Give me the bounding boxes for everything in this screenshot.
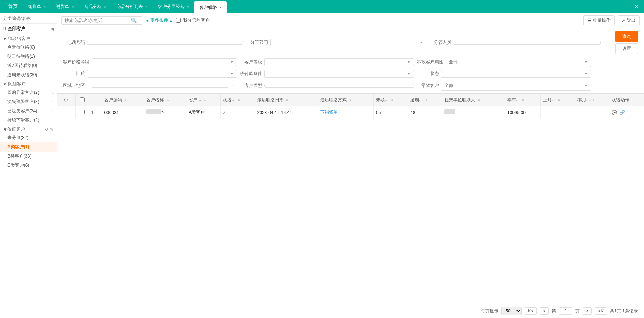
chat-icon[interactable]: 💬	[612, 110, 617, 115]
phone-input[interactable]	[87, 41, 243, 45]
close-segment-tab[interactable]: ×	[187, 4, 189, 9]
chev-icon: ▼	[584, 72, 588, 76]
prev-page-btn[interactable]: <	[540, 307, 549, 315]
collapse-icon[interactable]: ◀	[51, 26, 54, 31]
sidebar-item-7days[interactable]: 近7天待联络(0)	[0, 61, 57, 70]
close-goods-list-tab[interactable]: ×	[145, 4, 147, 9]
checkbox-header[interactable]	[75, 94, 89, 106]
sidebar-item-today[interactable]: 今天待联络(0)	[0, 43, 57, 52]
select-all-checkbox[interactable]	[80, 97, 85, 102]
settings-button[interactable]: 设置	[615, 43, 638, 54]
close-sales-tab[interactable]: ×	[43, 4, 46, 9]
filter-search-input[interactable]	[65, 18, 131, 23]
retail-select[interactable]: 全部▼	[441, 81, 591, 91]
value-customers-group[interactable]: ▼ 价值客户 ↺ ✎	[0, 125, 57, 133]
index-header	[89, 94, 102, 106]
region-dots[interactable]: ···	[230, 82, 237, 90]
close-purchase-tab[interactable]: ×	[71, 4, 74, 9]
sidebar-item-class-a[interactable]: A类客户(1)	[0, 142, 57, 152]
nav-home[interactable]: 首页	[3, 3, 23, 10]
my-customer-checkbox[interactable]	[176, 18, 181, 23]
problem-customers-group[interactable]: ▼ 问题客户	[0, 80, 57, 88]
link-icon[interactable]: 🔗	[619, 110, 625, 115]
nav-tab-sales[interactable]: 销售单 ×	[23, 0, 51, 13]
nav-tab-goods-list[interactable]: 商品分析列表 ×	[111, 0, 153, 13]
last-method-link[interactable]: 下销货单	[320, 110, 338, 115]
sidebar-item-churn-warning[interactable]: 流失预警客户(3) ℹ	[0, 97, 57, 106]
status-select[interactable]: ▼	[441, 70, 591, 78]
pending-contact-group[interactable]: ▼ 待联络客户	[0, 34, 57, 43]
nav-tab-customer-segment[interactable]: 客户分层经营 ×	[153, 0, 194, 13]
chev-icon: ▼	[584, 60, 588, 64]
type-header[interactable]: 客户... ⇅	[186, 94, 221, 106]
chev-icon: ▼	[584, 84, 588, 88]
row-select-checkbox[interactable]	[80, 110, 85, 114]
row-code[interactable]: 000031	[102, 106, 144, 119]
sidebar-item-repurchase-abnormal[interactable]: 回购异常客户(2) ℹ	[0, 88, 57, 97]
next-page-btn[interactable]: >	[583, 307, 592, 315]
close-all-tabs[interactable]: ×	[632, 3, 641, 10]
query-button[interactable]: 查询	[615, 31, 638, 42]
contact-header[interactable]: 联络... ⇅	[221, 94, 255, 106]
close-contact-tab[interactable]: ×	[219, 5, 221, 10]
sidebar-item-tomorrow[interactable]: 明天待联络(1)	[0, 52, 57, 61]
sidebar-search-input[interactable]	[3, 16, 57, 21]
edit-icon[interactable]: ✎	[50, 127, 54, 132]
batch-op-button[interactable]: ☰ 批量操作	[583, 15, 615, 25]
filter-cell-manager: 分管人员 ···	[429, 39, 609, 47]
sidebar-item-class-b[interactable]: B类客户(33)	[0, 152, 57, 161]
close-goods-tab[interactable]: ×	[104, 4, 106, 9]
last-date-header[interactable]: 最后联络日期 ⇅	[255, 94, 318, 106]
customer-level-select[interactable]: ▼	[264, 58, 414, 66]
overdue-header[interactable]: 逾期... ⇅	[408, 94, 442, 106]
chev-icon: ▼	[419, 40, 423, 45]
nav-tab-customer-contact[interactable]: 客户联络 ×	[194, 1, 226, 13]
nav-tab-goods-analysis[interactable]: 商品分析 ×	[79, 0, 111, 13]
action-icons: 💬 🔗	[612, 110, 641, 115]
code-header[interactable]: 客户编码 ⇅	[102, 94, 144, 106]
sort-icon: ⇅	[349, 98, 352, 102]
manager-dots[interactable]: ···	[603, 39, 609, 47]
gear-header[interactable]: ⚙	[57, 94, 75, 106]
export-button[interactable]: ↗ 导出	[618, 15, 640, 25]
customer-type-input[interactable]	[264, 84, 414, 88]
name-header[interactable]: 客户名称 ⇅	[144, 94, 186, 106]
filter-search-icon[interactable]: 🔍	[131, 18, 137, 23]
sidebar-item-lost[interactable]: 已流失客户(24) ℹ	[0, 106, 57, 116]
nature-select[interactable]: ▼	[87, 70, 237, 78]
customer-type-label: 客户类型	[240, 82, 262, 89]
sidebar-item-overdue[interactable]: 逾期未联络(30)	[0, 70, 57, 80]
page-number-input[interactable]	[559, 307, 572, 315]
dept-select[interactable]: ▼	[270, 39, 426, 46]
row-last-method[interactable]: 下销货单	[318, 106, 374, 119]
export-icon: ↗	[622, 18, 625, 23]
sort-icon: ⇅	[522, 98, 525, 102]
this-month-header[interactable]: 本月... ⇅	[575, 94, 609, 106]
sidebar-item-class-c[interactable]: C类客户(6)	[0, 161, 57, 170]
all-customers-header[interactable]: ⠿ 全部客户 ◀	[0, 24, 57, 34]
this-year-header[interactable]: 本年... ⇅	[505, 94, 540, 106]
first-page-btn[interactable]: K<	[525, 307, 537, 315]
sort-icon: ⇅	[237, 98, 240, 102]
nav-tab-purchase[interactable]: 进货单 ×	[51, 0, 79, 13]
per-page-select[interactable]: 50 100 200	[501, 307, 522, 315]
refresh-icon[interactable]: ↺	[45, 127, 49, 132]
row-checkbox[interactable]	[75, 106, 89, 119]
last-month-header[interactable]: 上月... ⇅	[541, 94, 575, 106]
more-conditions-btn[interactable]: ▼ 更多条件 ▲	[145, 17, 173, 24]
manager-input[interactable]	[454, 41, 601, 45]
sidebar-item-ungrouped[interactable]: 未分组(32)	[0, 133, 57, 142]
price-level-select[interactable]: ▼	[92, 58, 237, 66]
region-label: 区域（地区）	[63, 82, 89, 89]
row-type: A类客户	[186, 106, 221, 119]
region-input[interactable]	[92, 84, 228, 88]
payment-select[interactable]: ▼	[264, 70, 414, 78]
action-header: 联络动作	[609, 94, 644, 106]
company-contact-header[interactable]: 往来单位联系人 ⇅	[442, 94, 505, 106]
last-page-btn[interactable]: >K	[595, 307, 607, 315]
uncontacted-header[interactable]: 未联... ⇅	[374, 94, 408, 106]
last-method-header[interactable]: 最后联络方式 ⇅	[318, 94, 374, 106]
filter-cell-phone: 电话号码	[63, 39, 243, 46]
sidebar-item-declining[interactable]: 持续下滑客户(2) ℹ	[0, 116, 57, 125]
retail-attr-select[interactable]: 全部▼	[446, 57, 591, 67]
